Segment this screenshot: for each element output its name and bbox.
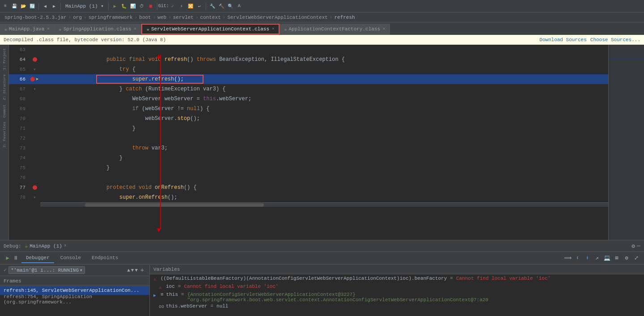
breadcrumb-web[interactable]: web [157,15,166,20]
back-icon[interactable]: ◀ [42,3,49,10]
toolbar: ≡ 💾 📂 🔄 ◀ ▶ MainApp (1) ▾ ▶ 🐛 📊 ⏱ ⏹ Git:… [0,0,644,13]
line-num-74: 74 [9,155,29,161]
minimap-highlight [609,58,644,60]
breakpoint-77[interactable] [33,185,37,190]
fold-78[interactable]: ▾ [33,195,36,200]
var-item-2[interactable]: ▶ ≡ this = {AnnotationConfigServletWebSe… [150,291,644,303]
tab-console[interactable]: Console [56,253,85,263]
translate-icon[interactable]: A [236,3,243,10]
var-item-0: ⚠ ((DefaultListableBeanFactory)(Annotati… [150,275,644,283]
panel-favorites[interactable]: 2: Favorites [2,122,6,148]
tab-servletcontext-close[interactable]: × [272,27,274,31]
debug-pause-icon[interactable]: ⏸ [12,254,20,262]
var-icon-3: oo [159,304,164,309]
line-num-65: 65 [9,67,29,72]
menu-icon[interactable]: ≡ [2,3,9,10]
run-config-label[interactable]: MainApp (1) ▾ [64,3,106,9]
tab-mainapp-icon: ☕ [4,26,7,32]
tab-console-label: Console [60,255,81,260]
current-line-arrow: ➤ [35,76,38,83]
var-item-3: oo this.webServer = null [150,303,644,311]
stop-icon[interactable]: ⏹ [147,3,154,10]
frames-filter-icon[interactable]: ▼ [135,268,138,273]
breadcrumb-method[interactable]: refresh [334,15,355,20]
line-gutter-64 [29,57,40,62]
breadcrumb-servlet[interactable]: servlet [173,15,194,20]
breadcrumb-jar[interactable]: spring-boot-2.5.3.jar [4,15,67,20]
sync-icon[interactable]: 🔄 [29,3,36,10]
undo-icon[interactable]: ↩ [196,3,203,10]
debug-app: ☕ MainApp (1) × [25,243,67,249]
tab-mainapp-close[interactable]: × [47,27,49,31]
breakpoint-66[interactable] [30,77,35,81]
settings-icon[interactable]: 🔧 [209,3,216,10]
breadcrumb-springframework[interactable]: springframework [89,15,133,20]
git-icon[interactable]: Git: [160,3,167,10]
fold-65[interactable]: ▾ [33,67,36,72]
minimap [608,45,644,240]
code-line-78: 78 ▾ super.onRefresh(); [9,192,608,202]
coverage-icon[interactable]: 📊 [129,3,136,10]
step-in-icon[interactable]: ⬇ [573,254,581,262]
vcs-icon2[interactable]: ⚡ [178,3,185,10]
vcs-icon3[interactable]: 🔀 [187,3,194,10]
settings2-icon[interactable]: ⚙ [623,254,631,262]
debug-settings-icon[interactable]: ⚙ [631,243,635,250]
tab-springapp-close[interactable]: × [134,27,136,31]
profile-icon[interactable]: ⏱ [138,3,145,10]
tab-servletcontext[interactable]: ☕ ServletWebServerApplicationContext.cla… [141,24,280,34]
breadcrumb-class[interactable]: ServletWebServerApplicationContext [227,15,327,20]
search-icon[interactable]: 🔍 [227,3,234,10]
download-sources-link[interactable]: Download Sources [539,37,587,43]
debug-close-icon[interactable]: × [64,243,67,248]
restore-layout-icon[interactable]: ⊞ [613,254,621,262]
vcs-check-icon[interactable]: ✓ [169,3,176,10]
divider-4 [157,3,157,10]
tab-springapp[interactable]: ☕ SpringApplication.class × [55,24,141,34]
forward-icon[interactable]: ▶ [51,3,58,10]
add-frame-btn[interactable]: + [139,267,146,274]
var-val-1: Cannot find local variable 'ioc' [184,284,278,289]
fold-67[interactable]: ▾ [33,86,36,92]
choose-sources-link[interactable]: Choose Sources... [590,37,640,43]
open-icon[interactable]: 📂 [20,3,27,10]
frame-item-1-label: refresh:754, SpringApplication (org.spri… [4,294,146,305]
step-out-icon[interactable]: ⬆ [583,254,591,262]
frame-item-1[interactable]: refresh:754, SpringApplication (org.spri… [0,295,149,304]
var-this-icon: ≡ [161,292,164,297]
breadcrumb-org[interactable]: org [73,15,82,20]
debug-resume-icon[interactable]: ▶ [4,254,12,262]
line-num-76: 76 [9,175,29,180]
panel-structure[interactable]: Z: Structure [2,74,6,100]
line-num-71: 71 [9,126,29,131]
frame-item-0[interactable]: refresh:145, ServletWebServerApplication… [0,286,149,295]
breadcrumb-boot[interactable]: boot [139,15,151,20]
thread-selector[interactable]: *'main'@1 i...: RUNNING ▾ [8,266,85,274]
frame-down-icon[interactable]: ▼ [131,268,134,273]
evaluate-icon[interactable]: 💻 [603,254,611,262]
run-to-cursor-icon[interactable]: ↗ [593,254,601,262]
tab-appcontextfactory-close[interactable]: × [383,27,385,31]
external-tools-icon[interactable]: 🔨 [218,3,225,10]
breadcrumb-context[interactable]: context [200,15,221,20]
var-eq-2: = [181,292,184,297]
tab-debugger[interactable]: Debugger [21,253,54,263]
debug-icon[interactable]: 🐛 [120,3,127,10]
panel-project[interactable]: 1: Project [2,48,6,70]
variables-list: ⚠ ((DefaultListableBeanFactory)(Annotati… [150,274,644,316]
code-line-71: 71 } [9,124,608,133]
tab-endpoints[interactable]: Endpoints [87,253,123,263]
panel-commit[interactable]: Commit [2,105,6,118]
save-icon[interactable]: 💾 [11,3,18,10]
line-content-78: super.onRefresh(); [40,188,608,207]
breakpoint-64[interactable] [33,57,37,62]
expand-icon[interactable]: ⤢ [632,254,640,262]
frame-up-icon[interactable]: ▲ [127,268,130,273]
run-icon[interactable]: ▶ [111,3,119,10]
tab-mainapp[interactable]: ☕ MainApp.java × [0,24,55,34]
debug-title-area: Debug: ☕ MainApp (1) × [4,243,67,249]
tab-appcontextfactory[interactable]: ☕ ApplicationContextFactory.class × [280,24,390,34]
step-over-icon[interactable]: ⟹ [564,254,572,262]
debug-minimize-icon[interactable]: — [637,243,640,249]
debug-action-icons: ⟹ ⬇ ⬆ ↗ 💻 ⊞ ⚙ ⤢ [564,254,640,262]
